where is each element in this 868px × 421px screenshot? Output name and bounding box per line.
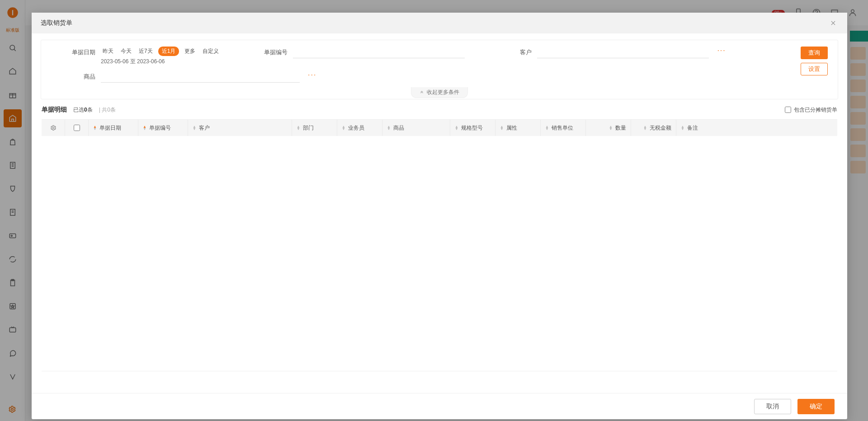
filter-code-label: 单据编号: [244, 47, 288, 56]
chip-7days[interactable]: 近7天: [137, 47, 155, 56]
filter-settings-button[interactable]: 设置: [801, 63, 828, 75]
cancel-button[interactable]: 取消: [754, 399, 791, 414]
close-icon[interactable]: [828, 18, 838, 28]
order-code-input[interactable]: [293, 47, 465, 58]
col-customer[interactable]: ▲▼客户: [188, 120, 292, 136]
select-all-checkbox[interactable]: [74, 125, 80, 131]
collapse-label: 收起更多条件: [427, 89, 459, 96]
include-shipped-label: 包含已分摊销货单: [794, 106, 837, 114]
select-sales-order-modal: 选取销货单 单据日期 昨天 今天 近7天 近1月 更多 自定义: [32, 13, 847, 419]
col-checkbox[interactable]: [65, 120, 89, 136]
product-input[interactable]: [101, 71, 300, 83]
modal-body: 单据日期 昨天 今天 近7天 近1月 更多 自定义 2023-05-06 至 2…: [32, 33, 847, 393]
filter-panel: 单据日期 昨天 今天 近7天 近1月 更多 自定义 2023-05-06 至 2…: [41, 40, 838, 99]
date-to: 2023-06-06: [137, 58, 165, 65]
col-amount[interactable]: ▲▼无税金额: [631, 120, 676, 136]
filter-customer-label: 客户: [488, 47, 532, 56]
col-attr[interactable]: ▲▼属性: [495, 120, 541, 136]
chip-today[interactable]: 今天: [119, 47, 133, 56]
product-picker-icon[interactable]: ···: [308, 71, 316, 79]
modal-title: 选取销货单: [41, 19, 72, 27]
col-note[interactable]: ▲▼备注: [676, 120, 837, 136]
horizontal-scrollbar[interactable]: [42, 373, 837, 381]
detail-title: 单据明细: [42, 106, 67, 114]
detail-header-bar: 单据明细 已选0条 | 共0条 包含已分摊销货单: [32, 99, 847, 117]
results-table: ▲▼单据日期 ▲▼单据编号 ▲▼客户 ▲▼部门 ▲▼业务员 ▲▼商品 ▲▼规格型…: [42, 119, 837, 371]
include-shipped-input[interactable]: [785, 107, 791, 113]
col-salesman[interactable]: ▲▼业务员: [337, 120, 382, 136]
collapse-filters-button[interactable]: 收起更多条件: [411, 87, 468, 98]
chip-custom[interactable]: 自定义: [201, 47, 221, 56]
date-from: 2023-05-06: [101, 58, 128, 65]
selected-count: 已选0条: [73, 106, 93, 114]
col-code[interactable]: ▲▼单据编号: [138, 120, 188, 136]
filter-date-label: 单据日期: [52, 47, 95, 56]
filter-actions: 查询 设置: [801, 47, 828, 75]
chip-yesterday[interactable]: 昨天: [101, 47, 115, 56]
query-button[interactable]: 查询: [801, 47, 828, 59]
include-shipped-checkbox[interactable]: 包含已分摊销货单: [785, 106, 837, 114]
col-unit[interactable]: ▲▼销售单位: [541, 120, 586, 136]
customer-input[interactable]: [537, 47, 709, 58]
svg-point-14: [52, 127, 54, 129]
chevron-up-icon: [420, 90, 424, 95]
col-product[interactable]: ▲▼商品: [382, 120, 450, 136]
table-header: ▲▼单据日期 ▲▼单据编号 ▲▼客户 ▲▼部门 ▲▼业务员 ▲▼商品 ▲▼规格型…: [42, 120, 837, 136]
col-spec[interactable]: ▲▼规格型号: [450, 120, 495, 136]
chip-1month[interactable]: 近1月: [158, 47, 179, 56]
col-settings-icon[interactable]: [42, 120, 65, 136]
date-range-display: 2023-05-06 至 2023-06-06: [101, 58, 221, 65]
customer-picker-icon[interactable]: ···: [717, 47, 726, 55]
date-join: 至: [130, 58, 136, 65]
table-body-empty: [42, 136, 837, 371]
modal-header: 选取销货单: [32, 13, 847, 33]
total-count: | 共0条: [99, 106, 116, 114]
col-date[interactable]: ▲▼单据日期: [89, 120, 138, 136]
col-dept[interactable]: ▲▼部门: [292, 120, 337, 136]
chip-more[interactable]: 更多: [183, 47, 197, 56]
modal-footer: 取消 确定: [32, 393, 847, 419]
col-qty[interactable]: ▲▼数量: [586, 120, 631, 136]
date-range-chips: 昨天 今天 近7天 近1月 更多 自定义: [101, 47, 221, 56]
ok-button[interactable]: 确定: [797, 399, 835, 414]
filter-product-label: 商品: [52, 71, 95, 81]
